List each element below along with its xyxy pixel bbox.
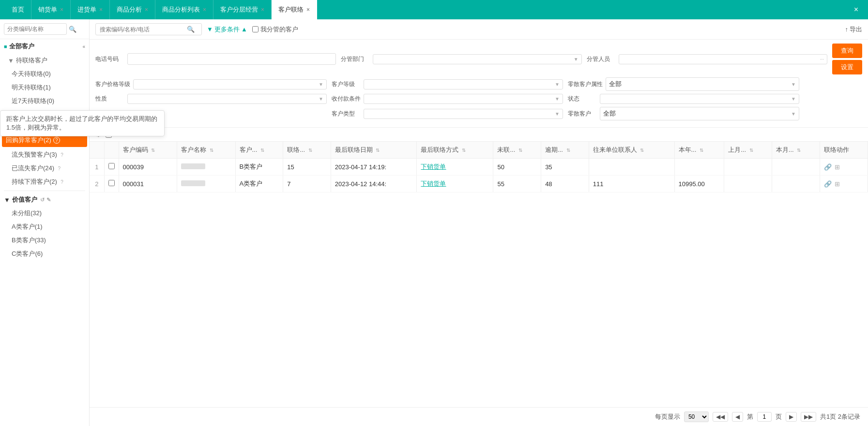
th-last-method[interactable]: 最后联络方式 ⇅	[417, 142, 493, 159]
tab-home[interactable]: 首页	[5, 0, 31, 19]
th-last-month[interactable]: 上月... ⇅	[724, 142, 772, 159]
sort-overdue-icon[interactable]: ⇅	[566, 147, 570, 153]
row2-checkbox[interactable]	[108, 180, 115, 186]
sidebar-group-pending-contact[interactable]: ▼ 待联络客户	[0, 54, 89, 67]
sidebar-search-icon[interactable]: 🔍	[69, 26, 76, 33]
status-select[interactable]: ▼	[600, 94, 799, 104]
all-customers-header[interactable]: ■ 全部客户 «	[0, 39, 89, 54]
tab-product-analysis[interactable]: 商品分析 ×	[110, 0, 155, 19]
customer-type-select[interactable]: ▼	[364, 109, 563, 119]
sort-contact-icon[interactable]: ⇅	[308, 147, 312, 153]
close-product-analysis-tab[interactable]: ×	[145, 6, 148, 13]
sidebar-item-b-class[interactable]: B类客户(33)	[0, 234, 89, 247]
sidebar-item-7days-contact[interactable]: 近7天待联络(0)	[0, 94, 89, 108]
row2-last-method[interactable]: 下销货单	[417, 176, 493, 192]
row2-link-icon[interactable]: 🔗	[824, 180, 832, 188]
sort-code-icon[interactable]: ⇅	[151, 147, 155, 153]
sidebar-divider	[4, 191, 85, 191]
sort-person-icon[interactable]: ⇅	[640, 147, 644, 153]
th-last-date[interactable]: 最后联络日期 ⇅	[331, 142, 417, 159]
th-overdue[interactable]: 逾期... ⇅	[541, 142, 589, 159]
export-button[interactable]: ↑ 导出	[845, 25, 863, 34]
row1-last-method[interactable]: 下销货单	[417, 159, 493, 176]
sidebar-item-lost-customers[interactable]: 已流失客户(24) ?	[0, 162, 89, 175]
sidebar-item-declining-customers[interactable]: 持续下滑客户(2) ?	[0, 175, 89, 189]
my-customers-checkbox[interactable]	[252, 26, 259, 32]
sidebar-collapse-icon[interactable]: «	[82, 44, 85, 49]
sidebar-item-today-contact[interactable]: 今天待联络(0)	[0, 67, 89, 81]
customer-type-label: 客户类型	[332, 110, 361, 118]
payment-select[interactable]: ▼	[364, 94, 563, 104]
close-all-tabs-button[interactable]: ×	[849, 5, 863, 14]
prev-page-button[interactable]: ◀	[732, 412, 743, 422]
th-unlink-days[interactable]: 未联... ⇅	[493, 142, 541, 159]
retail-customer-select[interactable]: 全部 ▼	[600, 107, 799, 120]
th-code[interactable]: 客户编码 ⇅	[119, 142, 177, 159]
edit-icon[interactable]: ✎	[46, 197, 51, 203]
page-size-select[interactable]: 50 100	[684, 411, 709, 422]
my-customers-filter[interactable]: 我分管的客户	[252, 25, 298, 34]
next-page-button[interactable]: ▶	[786, 412, 797, 422]
row1-link-icon[interactable]: 🔗	[824, 163, 832, 171]
row2-type: A类客户	[235, 176, 283, 192]
th-customer-type[interactable]: 客户... ⇅	[235, 142, 283, 159]
sidebar-group-value-customers[interactable]: ▼ 价值客户 ↺ ✎	[0, 193, 89, 206]
settings-button[interactable]: 设置	[832, 60, 862, 74]
sort-method-icon[interactable]: ⇅	[462, 147, 466, 153]
last-page-button[interactable]: ▶▶	[801, 412, 816, 422]
row1-grid-icon[interactable]: ⊞	[835, 163, 840, 171]
sidebar-item-ungroup[interactable]: 未分组(32)	[0, 206, 89, 220]
close-product-analysis-list-tab[interactable]: ×	[203, 6, 206, 13]
sort-last-date-icon[interactable]: ⇅	[376, 147, 380, 153]
sidebar-item-c-class[interactable]: C类客户(6)	[0, 247, 89, 261]
close-purchase-tab[interactable]: ×	[99, 6, 103, 13]
sidebar-item-tomorrow-contact[interactable]: 明天待联络(1)	[0, 81, 89, 94]
price-level-select[interactable]: ▼	[133, 79, 327, 89]
close-sales-tab[interactable]: ×	[60, 6, 63, 13]
query-button[interactable]: 查询	[832, 44, 862, 58]
th-this-year[interactable]: 本年... ⇅	[674, 142, 724, 159]
th-contact-person[interactable]: 往来单位联系人 ⇅	[589, 142, 674, 159]
filter-row-2: 客户价格等级 ▼ 客户等级 ▼ 零散客户属性 全部 ▼	[95, 77, 862, 91]
tab-purchase[interactable]: 进货单 ×	[71, 0, 110, 19]
tab-product-analysis-list[interactable]: 商品分析列表 ×	[155, 0, 213, 19]
filter-row-3: 性质 ▼ 收付款条件 ▼ 状态 ▼	[95, 94, 862, 104]
page-number-input[interactable]	[757, 412, 772, 422]
sort-type-icon[interactable]: ⇅	[260, 147, 264, 153]
search-icon[interactable]: 🔍	[187, 26, 195, 33]
sort-unlink-icon[interactable]: ⇅	[518, 147, 522, 153]
tab-sales[interactable]: 销货单 ×	[31, 0, 71, 19]
retail-attr-select[interactable]: 全部 ▼	[606, 77, 799, 91]
row1-checkbox[interactable]	[108, 163, 115, 169]
first-page-button[interactable]: ◀◀	[713, 412, 728, 422]
status-label: 状态	[568, 95, 597, 103]
phone-input[interactable]	[127, 53, 336, 65]
th-name[interactable]: 客户名称 ⇅	[177, 142, 236, 159]
nature-select[interactable]: ▼	[127, 94, 327, 104]
search-input[interactable]	[100, 26, 187, 33]
sort-last-month-icon[interactable]: ⇅	[749, 147, 753, 153]
manager-select[interactable]: ···	[619, 54, 827, 64]
th-this-month[interactable]: 本月... ⇅	[772, 142, 820, 159]
th-contact-count[interactable]: 联络... ⇅	[283, 142, 331, 159]
sort-year-icon[interactable]: ⇅	[700, 147, 703, 153]
sort-name-icon[interactable]: ⇅	[210, 147, 213, 153]
customer-level-select[interactable]: ▼	[364, 79, 563, 89]
close-customer-contact-tab[interactable]: ×	[306, 6, 310, 13]
sort-this-month-icon[interactable]: ⇅	[797, 147, 801, 153]
sidebar-item-a-class[interactable]: A类客户(1)	[0, 220, 89, 234]
filter-price-level: 客户价格等级 ▼	[95, 79, 327, 89]
more-conditions-arrow-icon: ▲	[241, 26, 247, 33]
filter-icon: ▼	[207, 26, 213, 33]
refresh-icon[interactable]: ↺	[40, 197, 45, 203]
close-customer-tiering-tab[interactable]: ×	[261, 6, 264, 13]
sidebar-item-churn-warning[interactable]: 流失预警客户(3) ?	[0, 148, 89, 162]
tab-customer-tiering[interactable]: 客户分层经营 ×	[213, 0, 272, 19]
row2-last-month	[724, 176, 772, 192]
more-conditions-button[interactable]: ▼ 更多条件 ▲	[207, 25, 247, 34]
tab-customer-contact[interactable]: 客户联络 ×	[272, 0, 317, 19]
dept-select[interactable]: ▼	[373, 54, 581, 64]
row2-grid-icon[interactable]: ⊞	[835, 180, 840, 188]
sidebar-search-input[interactable]	[4, 23, 67, 35]
manager-dots: ···	[820, 57, 824, 62]
